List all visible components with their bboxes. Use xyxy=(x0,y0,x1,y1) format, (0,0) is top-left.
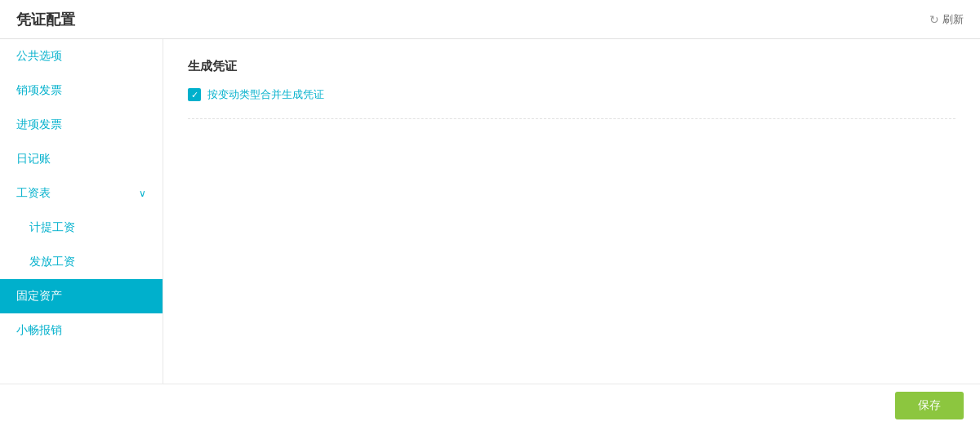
sidebar-item-journal[interactable]: 日记账 xyxy=(0,142,163,176)
sidebar-item-public-options[interactable]: 公共选项 xyxy=(0,39,163,73)
sidebar-item-label: 日记账 xyxy=(16,152,51,166)
sidebar-item-label: 进项发票 xyxy=(16,118,62,132)
sidebar-item-expense-report[interactable]: 小畅报销 xyxy=(0,313,163,348)
merge-by-type-checkbox[interactable]: ✓ xyxy=(188,88,201,101)
sidebar-item-fixed-assets[interactable]: 固定资产 xyxy=(0,279,163,313)
header: 凭证配置 ↻ 刷新 xyxy=(0,0,980,39)
sidebar-item-label: 固定资产 xyxy=(16,289,62,304)
divider xyxy=(188,118,956,119)
refresh-label: 刷新 xyxy=(942,12,964,27)
section-title: 生成凭证 xyxy=(188,59,956,74)
page-title: 凭证配置 xyxy=(16,10,75,29)
checkmark-icon: ✓ xyxy=(191,91,198,100)
sidebar-item-label: 计提工资 xyxy=(29,220,75,235)
save-button[interactable]: 保存 xyxy=(895,392,964,419)
sidebar-item-accrual-payroll[interactable]: 计提工资 xyxy=(0,211,163,245)
sidebar-item-purchase-invoice[interactable]: 进项发票 xyxy=(0,108,163,142)
footer: 保存 xyxy=(0,384,980,426)
sidebar-item-label: 销项发票 xyxy=(16,83,62,98)
checkbox-label: 按变动类型合并生成凭证 xyxy=(207,87,324,102)
content-area: 生成凭证 ✓ 按变动类型合并生成凭证 xyxy=(163,39,980,384)
refresh-button[interactable]: ↻ 刷新 xyxy=(929,12,964,27)
refresh-icon: ↻ xyxy=(929,13,939,26)
sidebar-item-label: 小畅报销 xyxy=(16,323,62,338)
sidebar-item-label: 工资表 xyxy=(16,186,51,201)
sidebar-item-payroll-table[interactable]: 工资表 ∨ xyxy=(0,176,163,211)
sidebar-item-distribute-payroll[interactable]: 发放工资 xyxy=(0,245,163,279)
sidebar-item-sales-invoice[interactable]: 销项发票 xyxy=(0,73,163,108)
chevron-down-icon: ∨ xyxy=(139,188,146,199)
sidebar-item-label: 发放工资 xyxy=(29,255,75,269)
checkbox-row: ✓ 按变动类型合并生成凭证 xyxy=(188,87,956,102)
sidebar-item-label: 公共选项 xyxy=(16,49,62,64)
main-layout: 公共选项 销项发票 进项发票 日记账 工资表 ∨ 计提工资 发放工资 固定资产 … xyxy=(0,39,980,384)
sidebar: 公共选项 销项发票 进项发票 日记账 工资表 ∨ 计提工资 发放工资 固定资产 … xyxy=(0,39,163,384)
